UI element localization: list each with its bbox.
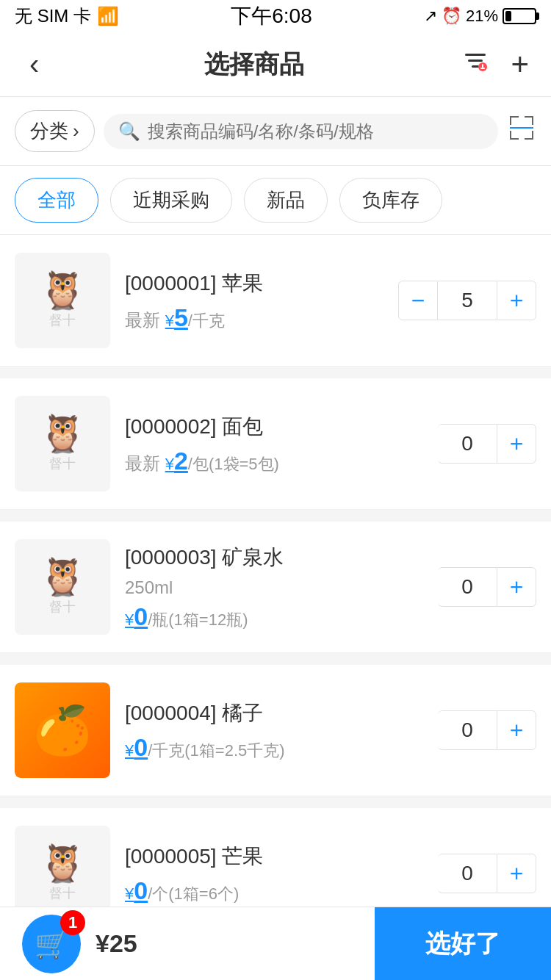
product-price: ¥0/千克(1箱=2.5千克) xyxy=(125,733,423,762)
svg-rect-13 xyxy=(532,131,533,140)
bottom-bar: 🛒 1 ¥25 选好了 xyxy=(0,907,551,980)
battery-icon xyxy=(503,8,536,24)
qty-control: + xyxy=(438,854,536,893)
qty-minus-button[interactable]: − xyxy=(398,281,438,320)
owl-icon: 🦉 xyxy=(40,272,85,309)
product-price: 最新 ¥2/包(1袋=5包) xyxy=(125,447,423,475)
list-item: 🍊 [0000004] 橘子 ¥0/千克(1箱=2.5千克) + xyxy=(0,665,551,796)
list-item: 🦉 督十 [0000002] 面包 最新 ¥2/包(1袋=5包) + xyxy=(0,378,551,510)
category-label: 分类 xyxy=(30,118,68,144)
wifi-icon: 📶 xyxy=(97,6,119,26)
list-item: 🦉 督十 [0000003] 矿泉水 250ml ¥0/瓶(1箱=12瓶) + xyxy=(0,522,551,653)
qty-plus-button[interactable]: + xyxy=(497,281,536,320)
product-image: 🍊 xyxy=(15,682,110,778)
filter-icon[interactable] xyxy=(462,48,489,81)
owl-text: 督十 xyxy=(49,884,76,902)
tab-bar: 全部 近期采购 新品 负库存 xyxy=(0,166,551,235)
qty-input[interactable] xyxy=(438,567,497,607)
qty-input[interactable] xyxy=(438,281,497,320)
carrier-text: 无 SIM 卡 xyxy=(15,4,91,28)
svg-rect-11 xyxy=(510,131,511,140)
qty-input[interactable] xyxy=(438,424,497,464)
svg-rect-14 xyxy=(510,127,533,129)
qty-plus-button[interactable]: + xyxy=(497,854,536,893)
owl-icon: 🦉 xyxy=(40,558,85,595)
tab-recent[interactable]: 近期采购 xyxy=(110,178,232,223)
svg-rect-9 xyxy=(532,116,533,125)
product-name: [0000004] 橘子 xyxy=(125,699,423,727)
owl-icon: 🦉 xyxy=(40,845,85,882)
qty-control: + xyxy=(438,424,536,464)
qty-control: + xyxy=(438,567,536,607)
qty-control: − + xyxy=(398,281,536,320)
category-button[interactable]: 分类 › xyxy=(15,110,95,152)
nav-bar: ‹ 选择商品 + xyxy=(0,32,551,97)
scan-icon[interactable] xyxy=(507,113,536,149)
tab-new[interactable]: 新品 xyxy=(244,178,328,223)
product-info: [0000003] 矿泉水 250ml ¥0/瓶(1箱=12瓶) xyxy=(125,544,423,631)
cart-button[interactable]: 🛒 1 xyxy=(22,915,81,973)
confirm-button[interactable]: 选好了 xyxy=(375,907,551,981)
svg-rect-7 xyxy=(510,116,511,125)
search-bar: 分类 › 🔍 xyxy=(0,97,551,166)
cart-badge: 1 xyxy=(60,910,85,935)
page-title: 选择商品 xyxy=(204,48,304,82)
owl-text: 督十 xyxy=(49,598,76,616)
product-price: ¥0/个(1箱=6个) xyxy=(125,876,423,905)
product-info: [0000005] 芒果 ¥0/个(1箱=6个) xyxy=(125,843,423,905)
cart-section: 🛒 1 ¥25 xyxy=(0,915,375,973)
owl-logo: 🦉 督十 xyxy=(40,272,85,329)
add-icon[interactable]: + xyxy=(511,47,529,82)
alarm-icon: ⏰ xyxy=(442,7,461,26)
owl-text: 督十 xyxy=(49,311,76,329)
search-input-wrap: 🔍 xyxy=(104,114,498,149)
cart-icon: 🛒 xyxy=(35,928,69,960)
owl-logo: 🦉 督十 xyxy=(40,415,85,472)
svg-rect-2 xyxy=(472,65,479,68)
owl-icon: 🦉 xyxy=(40,415,85,452)
time-display: 下午6:08 xyxy=(231,2,312,30)
status-bar: 无 SIM 卡 📶 下午6:08 ↗ ⏰ 21% xyxy=(0,0,551,32)
qty-plus-button[interactable]: + xyxy=(497,567,536,607)
qty-control: + xyxy=(438,710,536,750)
product-image: 🦉 督十 xyxy=(15,253,110,348)
product-list: 🦉 督十 [0000001] 苹果 最新 ¥5/千克 − + 🦉 督十 [000… xyxy=(0,235,551,980)
list-item: 🦉 督十 [0000001] 苹果 最新 ¥5/千克 − + xyxy=(0,235,551,367)
category-arrow: › xyxy=(73,120,79,143)
nav-actions: + xyxy=(462,47,529,82)
tab-all[interactable]: 全部 xyxy=(15,178,98,223)
status-right: ↗ ⏰ 21% xyxy=(424,7,536,26)
orange-image: 🍊 xyxy=(15,682,110,778)
search-input[interactable] xyxy=(148,121,483,142)
product-name: [0000001] 苹果 xyxy=(125,270,383,298)
cart-total: ¥25 xyxy=(96,929,137,958)
product-info: [0000001] 苹果 最新 ¥5/千克 xyxy=(125,270,383,332)
location-icon: ↗ xyxy=(424,7,437,26)
product-price: ¥0/瓶(1箱=12瓶) xyxy=(125,602,423,631)
product-price: 最新 ¥5/千克 xyxy=(125,303,383,332)
product-name: [0000002] 面包 xyxy=(125,413,423,441)
svg-rect-0 xyxy=(465,54,486,56)
status-left: 无 SIM 卡 📶 xyxy=(15,4,119,28)
svg-rect-4 xyxy=(482,64,483,68)
search-icon: 🔍 xyxy=(118,121,140,142)
qty-input[interactable] xyxy=(438,710,497,750)
product-spec: 250ml xyxy=(125,577,423,598)
qty-input[interactable] xyxy=(438,854,497,893)
product-image: 🦉 督十 xyxy=(15,396,110,491)
qty-plus-button[interactable]: + xyxy=(497,710,536,750)
product-info: [0000002] 面包 最新 ¥2/包(1袋=5包) xyxy=(125,413,423,475)
owl-logo: 🦉 督十 xyxy=(40,558,85,616)
battery-percent: 21% xyxy=(466,7,498,26)
product-info: [0000004] 橘子 ¥0/千克(1箱=2.5千克) xyxy=(125,699,423,762)
svg-rect-1 xyxy=(468,60,483,62)
owl-text: 督十 xyxy=(49,455,76,472)
svg-rect-5 xyxy=(480,68,485,69)
product-name: [0000003] 矿泉水 xyxy=(125,544,423,572)
owl-logo: 🦉 督十 xyxy=(40,845,85,902)
product-image: 🦉 督十 xyxy=(15,539,110,635)
qty-plus-button[interactable]: + xyxy=(497,424,536,464)
tab-negative[interactable]: 负库存 xyxy=(339,178,442,223)
back-button[interactable]: ‹ xyxy=(22,40,46,88)
product-name: [0000005] 芒果 xyxy=(125,843,423,871)
